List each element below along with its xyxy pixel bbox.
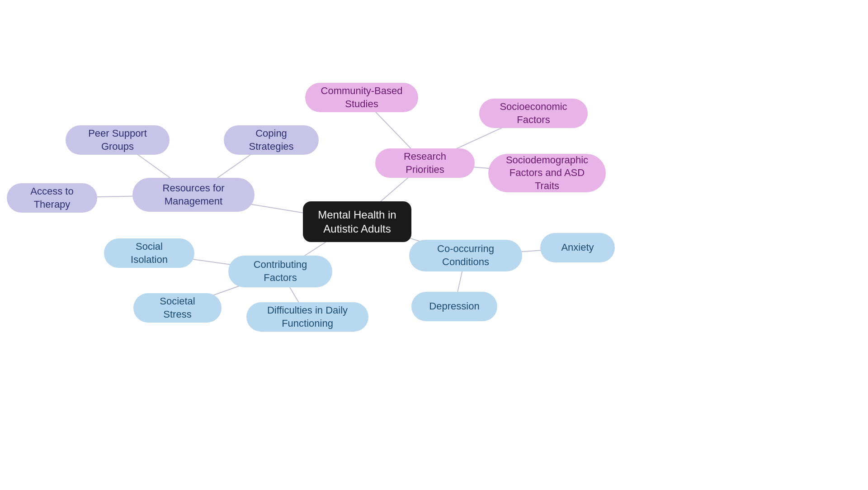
social-isolation-node[interactable]: Social Isolation [104, 238, 194, 268]
sociodemographic-node[interactable]: Sociodemographic Factors and ASD Traits [488, 154, 606, 192]
anxiety-node[interactable]: Anxiety [540, 233, 615, 262]
research-priorities-node[interactable]: Research Priorities [375, 148, 475, 178]
coping-strategies-node[interactable]: Coping Strategies [224, 125, 319, 155]
depression-node[interactable]: Depression [411, 292, 497, 321]
daily-functioning-node[interactable]: Difficulties in Daily Functioning [246, 302, 368, 332]
co-occurring-node[interactable]: Co-occurring Conditions [409, 240, 522, 271]
peer-support-node[interactable]: Peer Support Groups [66, 125, 170, 155]
socioeconomic-node[interactable]: Socioeconomic Factors [479, 99, 588, 128]
community-studies-node[interactable]: Community-Based Studies [305, 83, 418, 112]
contributing-factors-node[interactable]: Contributing Factors [228, 256, 332, 287]
resources-node[interactable]: Resources for Management [132, 178, 255, 212]
societal-stress-node[interactable]: Societal Stress [133, 293, 222, 323]
access-therapy-node[interactable]: Access to Therapy [7, 183, 97, 213]
center-node[interactable]: Mental Health in Autistic Adults [303, 201, 411, 242]
